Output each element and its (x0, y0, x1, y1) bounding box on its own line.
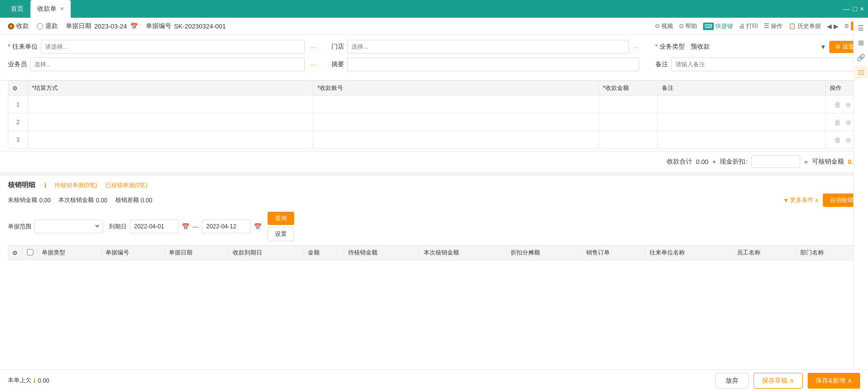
range-select[interactable] (34, 220, 103, 233)
th-dept: 部门名称 (796, 246, 860, 260)
form-row-1: * 往来单位 ··· 门店 ··· * 业务类型 预收款 ▼ (8, 40, 860, 54)
next-arrow[interactable]: ▶ (834, 23, 839, 30)
discount-label: 现金折扣: (720, 157, 747, 166)
radio-tuikuan[interactable]: 退款 (37, 22, 58, 30)
bottom-bar: 本单上欠 ℹ 0.00 放弃 保存草稿 ∧ 保存&新增 ∧ (0, 369, 868, 391)
history-btn[interactable]: 📋 历史单据 (788, 22, 821, 30)
plus-sign: + (712, 158, 716, 166)
window-controls: — □ × (843, 5, 864, 13)
due-label: 到期日 (109, 223, 127, 231)
settlement-cell-2[interactable] (28, 113, 313, 131)
copy-icon-3[interactable]: ⊕ (845, 136, 851, 144)
verif-stats: 未核销金额 0.00 本次核销金额 0.00 核销差额 0.00 ▼ 更多条件 … (8, 194, 860, 207)
business-type-dropdown[interactable]: ▼ (820, 43, 826, 51)
discount-input[interactable] (751, 155, 800, 168)
range-group: 单据范围 (8, 220, 103, 233)
amount-cell-3[interactable] (598, 131, 657, 149)
sidebar-icon-3[interactable]: 🔗 (855, 51, 868, 64)
calendar-to-icon[interactable]: 📅 (254, 223, 262, 230)
bottom-actions: 放弃 保存草稿 ∧ 保存&新增 ∧ (715, 373, 860, 389)
maximize-btn[interactable]: □ (853, 5, 857, 13)
tab-close-icon[interactable]: × (60, 0, 64, 18)
abandon-btn[interactable]: 放弃 (715, 373, 749, 389)
business-type-label: * 业务类型 (655, 42, 685, 51)
radio-shoukuan[interactable]: 收款 (8, 22, 29, 30)
copy-icon-1[interactable]: ⊕ (845, 101, 851, 109)
select-all-checkbox[interactable] (27, 249, 33, 255)
staff-group: 业务员 ··· (8, 57, 315, 71)
th-serial: 单据编号 (101, 246, 165, 260)
close-btn[interactable]: × (860, 5, 864, 13)
data-table-wrap: ⚙ *结算方式 *收款账号 *收款金额 备注 操作 (0, 81, 868, 149)
staff-input[interactable] (30, 57, 305, 71)
chevron-up-icon2: ∧ (847, 377, 852, 384)
account-cell-3[interactable] (313, 131, 598, 149)
more-conditions-btn[interactable]: ▼ 更多条件 ∧ (783, 196, 819, 204)
delete-icon-1[interactable]: 🗑 (834, 101, 841, 109)
col-amount-header: *收款金额 (598, 81, 657, 96)
help-btn[interactable]: ⊙ 帮助 (679, 22, 697, 30)
col-settlement-header: *结算方式 (28, 81, 313, 96)
sidebar-icon-1[interactable]: ☰ (855, 22, 868, 34)
sidebar-icon-2[interactable]: ⊞ (855, 36, 868, 49)
account-cell-1[interactable] (313, 96, 598, 113)
counterpart-input[interactable] (41, 40, 305, 54)
verif-info-icon[interactable]: ℹ (44, 182, 47, 189)
staff-label: 业务员 (8, 60, 27, 69)
done-tab[interactable]: 已核销单据(0笔) (105, 181, 148, 190)
shortcut-btn[interactable]: ⌨ 快捷键 (703, 22, 733, 30)
remark-cell-3[interactable] (657, 131, 825, 149)
account-cell-2[interactable] (313, 113, 598, 131)
th-type: 单据类型 (38, 246, 102, 260)
staff-more-btn[interactable]: ··· (310, 61, 315, 68)
delete-icon-3[interactable]: 🗑 (834, 136, 841, 144)
calendar-from-icon[interactable]: 📅 (182, 223, 190, 230)
summary-row: 收款合计 0.00 + 现金折扣: = 可核销金额 0.00 (0, 151, 868, 172)
shop-input[interactable] (347, 40, 628, 54)
amount-cell-1[interactable] (598, 96, 657, 113)
calendar-icon[interactable]: 📅 (130, 23, 138, 30)
unverif-item: 未核销金额 0.00 (8, 196, 51, 204)
shop-group: 门店 ··· (331, 40, 639, 54)
operation-icon: ☰ (764, 23, 769, 29)
nav-arrows: ◀ ▶ (827, 23, 839, 30)
summary-input[interactable] (347, 57, 639, 71)
unverif-label: 未核销金额 (8, 196, 37, 204)
query-btn[interactable]: 查询 (268, 212, 294, 225)
col-remark-header: 备注 (657, 81, 825, 96)
date-to-input[interactable] (202, 220, 251, 233)
pending-tab[interactable]: 待核销单据(0笔) (54, 181, 97, 190)
delete-icon-2[interactable]: 🗑 (834, 118, 841, 126)
prev-arrow[interactable]: ◀ (827, 23, 832, 30)
counterpart-more-btn[interactable]: ··· (310, 43, 315, 51)
save-new-btn[interactable]: 保存&新增 ∧ (808, 373, 860, 389)
operation-btn[interactable]: ☰ 操作 (764, 22, 783, 30)
settlement-cell-1[interactable] (28, 96, 313, 113)
set-btn[interactable]: 设置 (268, 227, 294, 241)
verif-title: 核销明细 (8, 181, 35, 190)
tab-active[interactable]: 收款单 × (30, 0, 71, 18)
remark-cell-2[interactable] (657, 113, 825, 131)
toolbar-row: 收款 退款 单据日期 2023-03-24 📅 单据编号 SK-20230324… (0, 18, 868, 35)
copy-icon-2[interactable]: ⊕ (845, 118, 851, 126)
date-from-input[interactable] (130, 220, 179, 233)
tab-home[interactable]: 首页 (4, 0, 30, 18)
amount-cell-2[interactable] (598, 113, 657, 131)
th-gear[interactable]: ⚙ (8, 246, 23, 260)
table-gear-icon[interactable]: ⚙ (12, 85, 18, 92)
print-btn[interactable]: 🖨 打印 (739, 22, 758, 30)
shop-more-btn[interactable]: ··· (634, 43, 639, 51)
sidebar-icon-4[interactable]: ⊡ (855, 66, 868, 79)
remark-input[interactable] (671, 57, 861, 71)
minimize-btn[interactable]: — (843, 5, 850, 13)
save-draft-btn[interactable]: 保存草稿 ∧ (754, 373, 803, 389)
list-view-icon[interactable]: ≡ (844, 22, 849, 30)
verif-table: ⚙ 单据类型 单据编号 单据日期 收款到期日 金额 待核销金额 本次核销金额 折… (8, 245, 860, 260)
info-icon[interactable]: ℹ (33, 377, 36, 384)
th-sales-order: 销售订单 (582, 246, 646, 260)
remark-cell-1[interactable] (657, 96, 825, 113)
settlement-cell-3[interactable] (28, 131, 313, 149)
counterpart-group: * 往来单位 ··· (8, 40, 315, 54)
video-btn[interactable]: ⊙ 视频 (655, 22, 673, 30)
th-discount: 折扣分摊额 (507, 246, 582, 260)
